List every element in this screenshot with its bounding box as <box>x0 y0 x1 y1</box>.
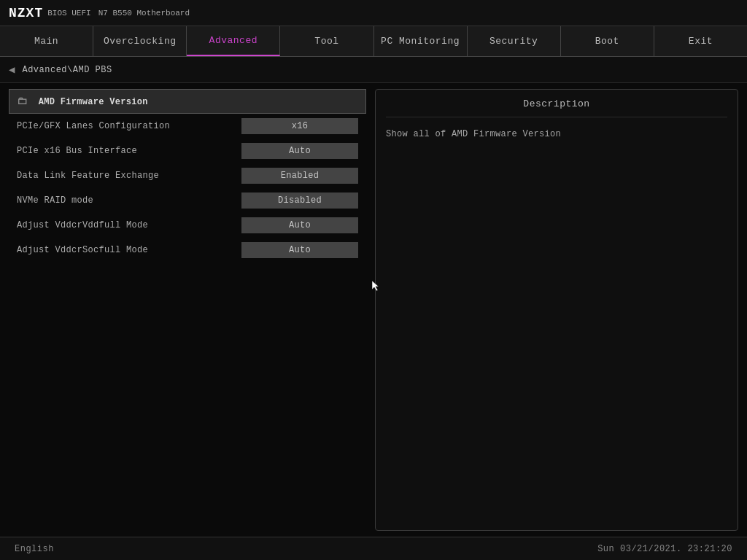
nav-item-advanced[interactable]: Advanced <box>187 26 280 56</box>
setting-value[interactable]: x16 <box>241 118 358 134</box>
settings-header-row[interactable]: 🗀 AMD Firmware Version <box>9 89 366 114</box>
bios-header: NZXT BIOS UEFI N7 B550 Motherboard <box>0 0 747 26</box>
nav-item-overclocking[interactable]: Overclocking <box>93 26 187 56</box>
navbar: MainOverclockingAdvancedToolPC Monitorin… <box>0 26 747 57</box>
nav-item-exit[interactable]: Exit <box>654 26 747 56</box>
breadcrumb: ◀ Advanced\AMD PBS <box>0 57 747 83</box>
main-content: 🗀 AMD Firmware Version PCIe/GFX Lanes Co… <box>0 83 747 537</box>
description-title: Description <box>386 98 727 117</box>
setting-label: NVMe RAID mode <box>17 195 93 206</box>
setting-row[interactable]: PCIe x16 Bus InterfaceAuto <box>9 139 366 163</box>
setting-row[interactable]: PCIe/GFX Lanes Configurationx16 <box>9 114 366 139</box>
logo-nzxt: NZXT <box>9 6 43 20</box>
setting-value[interactable]: Enabled <box>241 168 358 184</box>
folder-icon: 🗀 <box>17 96 27 107</box>
nav-item-boot[interactable]: Boot <box>561 26 654 56</box>
setting-label: Adjust VddcrVddfull Mode <box>17 220 148 230</box>
nav-item-security[interactable]: Security <box>468 26 561 56</box>
header-row-label: 🗀 AMD Firmware Version <box>17 96 148 107</box>
nav-item-tool[interactable]: Tool <box>280 26 374 56</box>
footer-language: English <box>15 544 54 554</box>
setting-row[interactable]: Adjust VddcrSocfull ModeAuto <box>9 238 366 262</box>
nav-item-main[interactable]: Main <box>0 26 93 56</box>
back-arrow-icon[interactable]: ◀ <box>9 63 15 76</box>
description-text: Show all of AMD Firmware Version <box>386 128 727 141</box>
setting-value[interactable]: Auto <box>241 143 358 159</box>
logo-subtitle: N7 B550 Motherboard <box>98 9 190 18</box>
nav-item-pc-monitoring[interactable]: PC Monitoring <box>374 26 468 56</box>
setting-label: PCIe/GFX Lanes Configuration <box>17 121 170 131</box>
settings-panel: 🗀 AMD Firmware Version PCIe/GFX Lanes Co… <box>9 89 366 531</box>
logo-bios: BIOS UEFI <box>47 9 90 18</box>
setting-value[interactable]: Auto <box>241 242 358 258</box>
setting-label: Adjust VddcrSocfull Mode <box>17 245 148 255</box>
setting-value[interactable]: Disabled <box>241 192 358 209</box>
setting-row[interactable]: NVMe RAID modeDisabled <box>9 188 366 213</box>
setting-label: PCIe x16 Bus Interface <box>17 146 137 156</box>
footer: English Sun 03/21/2021. 23:21:20 <box>0 537 747 560</box>
description-panel: Description Show all of AMD Firmware Ver… <box>375 89 738 531</box>
logo: NZXT BIOS UEFI N7 B550 Motherboard <box>9 6 190 20</box>
footer-datetime: Sun 03/21/2021. 23:21:20 <box>597 544 732 554</box>
setting-label: Data Link Feature Exchange <box>17 171 159 181</box>
setting-value[interactable]: Auto <box>241 217 358 233</box>
setting-row[interactable]: Adjust VddcrVddfull ModeAuto <box>9 213 366 238</box>
breadcrumb-path: Advanced\AMD PBS <box>22 65 112 75</box>
setting-row[interactable]: Data Link Feature ExchangeEnabled <box>9 163 366 188</box>
